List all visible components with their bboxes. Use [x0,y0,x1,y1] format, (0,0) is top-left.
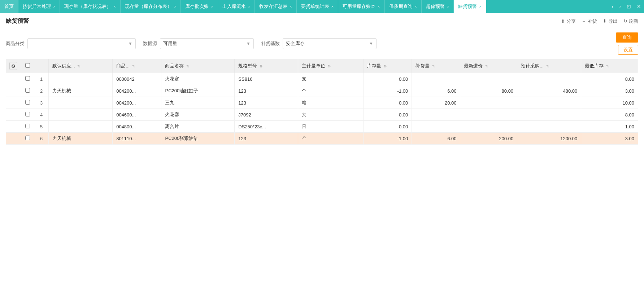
replenish-icon: ＋ [582,18,586,25]
table-row: 1 0000042 火花塞 SS816 支 0.00 8.00 [6,73,638,85]
replenish-sort-icon[interactable]: ⇅ [432,64,435,68]
col-product-name-header: 商品名称 ⇅ [161,59,235,73]
row-min-stock-1: 3.00 [581,85,638,97]
col-min-stock-header: 最低库存 ⇅ [581,59,638,73]
tab-stock-status[interactable]: 现存量（库存状况表） × [60,0,120,13]
row-stock-5: -1.00 [363,133,412,145]
product-name-sort-icon[interactable]: ⇅ [186,64,189,68]
product-category-label: 商品分类 [6,40,25,47]
row-check-0[interactable] [25,76,30,81]
tab-close-batch[interactable]: × [211,4,213,9]
product-code-sort-icon[interactable]: ⇅ [132,64,135,68]
row-unit-4: 只 [298,121,363,133]
row-supplier-3 [49,109,113,121]
row-settings-3 [6,109,21,121]
replenish-action[interactable]: ＋ 补货 [582,18,597,25]
table-row: 2 力天机械 004200... PC200油缸缸子 123 个 -1.00 6… [6,85,638,97]
tab-flow[interactable]: 出入库流水 × [218,0,255,13]
row-replenish-5: 6.00 [412,133,460,145]
supplier-sort-icon[interactable]: ⇅ [77,64,80,68]
row-check-4[interactable] [25,124,30,128]
row-est-purchase-0 [517,73,581,85]
filter-bar: 商品分类 ▼ 数据源 可用量 ▼ 补货基数 安全库存 ▼ 查询 设置 [0,28,644,59]
tab-close-available[interactable]: × [378,4,380,9]
share-action[interactable]: ⬆ 分享 [561,18,576,25]
refresh-action[interactable]: ↻ 刷新 [623,18,638,25]
row-min-stock-5: 3.00 [581,133,638,145]
row-supplier-1: 力天机械 [49,85,113,97]
table-body: 1 0000042 火花塞 SS816 支 0.00 8.00 2 力天机械 0… [6,73,638,145]
tab-close-stock-status[interactable]: × [113,4,116,9]
shortage-table: ⚙ 默认供应... ⇅ 商品... ⇅ 商品名称 [6,59,638,145]
tab-overstock[interactable]: 超储预警 × [422,0,454,13]
replenish-basis-select[interactable]: 安全库存 ▼ [283,38,377,49]
est-purchase-sort-icon[interactable]: ⇅ [546,64,549,68]
tab-close-stock-dist[interactable]: × [174,4,176,9]
row-price-5: 200.00 [460,133,517,145]
row-supplier-4 [49,121,113,133]
tab-close-shortage[interactable]: × [479,4,481,9]
settings-button[interactable]: 设置 [618,45,638,55]
tab-available[interactable]: 可用量库存账本 × [338,0,384,13]
row-check-1[interactable] [25,88,30,93]
row-settings-2 [6,97,21,109]
tab-home[interactable]: 首页 [0,0,18,13]
tab-close-expiry[interactable]: × [415,4,417,9]
spec-sort-icon[interactable]: ⇅ [260,64,262,68]
query-button[interactable]: 查询 [616,32,638,43]
row-price-3 [460,109,517,121]
stock-sort-icon[interactable]: ⇅ [384,64,387,68]
col-spec-header: 规格型号 ⇅ [235,59,298,73]
tab-shortage[interactable]: 缺货预警 × [454,0,486,13]
product-category-select[interactable]: ▼ [27,38,136,49]
row-replenish-4 [412,121,460,133]
tab-restore-button[interactable]: ⊡ [624,0,634,13]
row-unit-5: 个 [298,133,363,145]
row-check-5[interactable] [25,136,30,140]
tab-nav-buttons: ‹ › ⊡ ✕ [609,0,644,13]
row-replenish-2: 20.00 [412,97,460,109]
replenish-basis-label: 补货基数 [261,40,280,47]
row-name-3: 火花塞 [161,109,235,121]
tab-prev-button[interactable]: ‹ [609,0,617,13]
row-index-5: 6 [34,133,49,145]
row-price-4 [460,121,517,133]
col-checkbox-header [21,59,34,73]
tab-picking[interactable]: 拣货异常处理 × [18,0,60,13]
min-stock-sort-icon[interactable]: ⇅ [606,64,609,68]
row-index-3: 4 [34,109,49,121]
unit-sort-icon[interactable]: ⇅ [328,64,331,68]
data-source-label: 数据源 [143,40,157,47]
tab-summary[interactable]: 收发存汇总表 × [255,0,296,13]
data-source-select[interactable]: 可用量 ▼ [160,38,254,49]
table-settings-icon[interactable]: ⚙ [9,62,17,70]
col-unit-header: 主计量单位 ⇅ [298,59,363,73]
col-supplier-header: 默认供应... ⇅ [49,59,113,73]
tab-requisition[interactable]: 要货单统计表 × [297,0,338,13]
row-replenish-1: 6.00 [412,85,460,97]
row-replenish-3 [412,109,460,121]
row-spec-3: J7092 [235,109,298,121]
tab-close-requisition[interactable]: × [331,4,334,9]
tab-close-picking[interactable]: × [53,4,55,9]
export-action[interactable]: ⬇ 导出 [603,18,618,25]
tab-batch[interactable]: 库存批次账 × [181,0,218,13]
row-name-2: 三九 [161,97,235,109]
tab-expiry[interactable]: 保质期查询 × [385,0,422,13]
tab-next-button[interactable]: › [616,0,624,13]
row-check-3[interactable] [25,112,30,116]
select-all-checkbox[interactable] [25,63,30,68]
row-check-2[interactable] [25,100,30,105]
replenish-basis-arrow-icon: ▼ [369,41,373,46]
tab-close-flow[interactable]: × [248,4,250,9]
data-source-arrow-icon: ▼ [246,41,251,46]
tab-close-overstock[interactable]: × [447,4,449,9]
tab-stock-dist[interactable]: 现存量（库存分布表） × [121,0,181,13]
row-settings-5 [6,133,21,145]
tab-close-summary[interactable]: × [290,4,292,9]
row-est-purchase-4 [517,121,581,133]
col-product-code-header: 商品... ⇅ [113,59,161,73]
product-category-group: 商品分类 ▼ [6,38,136,49]
tab-close-button[interactable]: ✕ [634,0,644,13]
price-sort-icon[interactable]: ⇅ [485,64,488,68]
